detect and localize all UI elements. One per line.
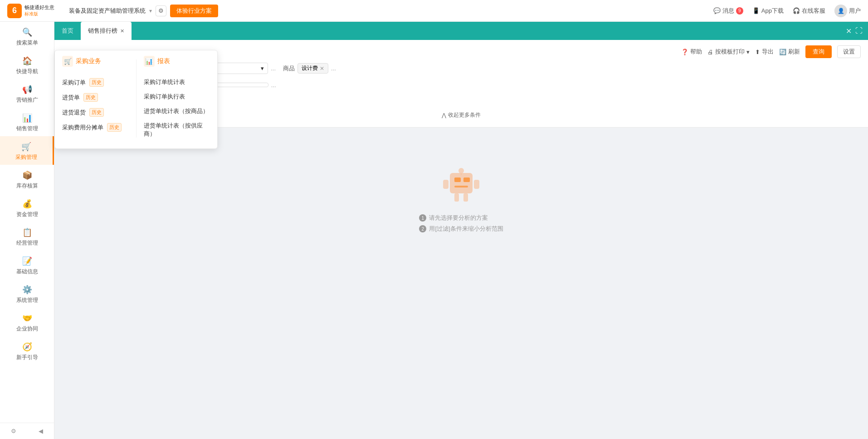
report-col-header: 📊 报表 — [144, 56, 210, 69]
stock-in-stat-supplier-label: 进货单统计表（按供应商） — [144, 122, 210, 138]
purchase-col-title: 采购业务 — [76, 57, 101, 65]
dropdown-purchase-col: 🛒 采购业务 采购订单 历史 进货单 历史 进货退货 历史 采购费用分摊单 — [55, 56, 136, 141]
report-col-title: 报表 — [157, 57, 170, 65]
stock-in-history-badge: 历史 — [83, 93, 98, 102]
purchase-expense-label: 采购费用分摊单 — [62, 123, 103, 132]
stock-in-stat-goods-label: 进货单统计表（按商品） — [144, 107, 209, 115]
stock-return-label: 进货退货 — [62, 109, 86, 117]
dropdown-overlay[interactable]: 🛒 采购业务 采购订单 历史 进货单 历史 进货退货 历史 采购费用分摊单 — [0, 0, 868, 439]
purchase-order-stat-label: 采购订单统计表 — [144, 78, 185, 86]
purchase-order-history-badge: 历史 — [89, 78, 104, 87]
purchase-order-exec-item[interactable]: 采购订单执行表 — [144, 89, 210, 104]
purchase-expense-history-badge: 历史 — [107, 123, 122, 132]
purchase-order-exec-label: 采购订单执行表 — [144, 93, 185, 101]
purchase-expense-item[interactable]: 采购费用分摊单 历史 — [62, 120, 129, 135]
purchase-order-stat-item[interactable]: 采购订单统计表 — [144, 75, 210, 89]
purchase-order-item[interactable]: 采购订单 历史 — [62, 75, 129, 90]
report-col-icon: 📊 — [144, 56, 155, 67]
stock-return-item[interactable]: 进货退货 历史 — [62, 105, 129, 120]
purchase-col-icon: 🛒 — [62, 56, 73, 67]
stock-in-label: 进货单 — [62, 94, 80, 102]
purchase-col-header: 🛒 采购业务 — [62, 56, 129, 69]
purchase-order-label: 采购订单 — [62, 79, 86, 87]
dropdown-columns: 🛒 采购业务 采购订单 历史 进货单 历史 进货退货 历史 采购费用分摊单 — [55, 56, 217, 141]
dropdown-report-col: 📊 报表 采购订单统计表 采购订单执行表 进货单统计表（按商品） 进货单统计表（… — [137, 56, 218, 141]
stock-in-stat-supplier-item[interactable]: 进货单统计表（按供应商） — [144, 118, 210, 141]
stock-in-stat-goods-item[interactable]: 进货单统计表（按商品） — [144, 104, 210, 118]
purchase-dropdown-menu: 🛒 采购业务 采购订单 历史 进货单 历史 进货退货 历史 采购费用分摊单 — [54, 50, 218, 149]
stock-in-item[interactable]: 进货单 历史 — [62, 90, 129, 105]
stock-return-history-badge: 历史 — [89, 108, 104, 117]
